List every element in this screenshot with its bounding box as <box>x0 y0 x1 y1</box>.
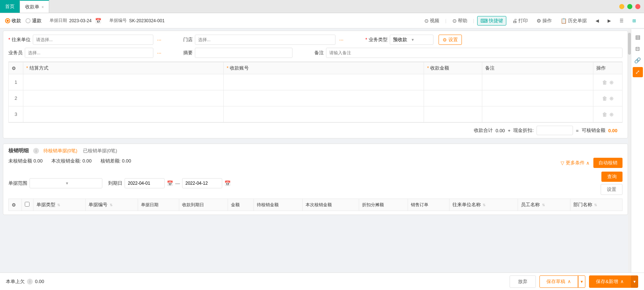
save-new-button[interactable]: 保存&新增 ∧ <box>589 275 631 288</box>
save-draft-button[interactable]: 保存草稿 ∧ <box>539 275 578 288</box>
tab-home[interactable]: 首页 <box>0 0 20 13</box>
sidebar-icon-3[interactable]: 🔗 <box>633 55 643 66</box>
sidebar-icon-2[interactable]: ⊟ <box>633 44 643 54</box>
sidebar-icon-4[interactable]: ⤢ <box>633 67 643 77</box>
shop-input[interactable] <box>195 35 335 45</box>
row-2-account-no[interactable] <box>224 90 424 106</box>
reconcile-info-icon[interactable]: i <box>33 148 39 154</box>
row-1-action: 🗑 ⊕ <box>593 74 623 90</box>
reconcile-col-counterpart: 往来单位名称 ⇅ <box>449 199 518 211</box>
tab-close-icon[interactable]: × <box>42 5 44 9</box>
row-2-payment-method[interactable] <box>23 90 224 106</box>
bill-range-select[interactable]: ▾ <box>30 178 102 188</box>
main-content-wrapper: * 往来单位 ··· 门店 ··· * 业务类型 <box>3 31 628 215</box>
summary-row: 收款合计 0.00 + 现金折扣: = 可核销金额 0.00 <box>8 122 623 138</box>
reconcile-select-all-checkbox[interactable] <box>25 202 30 207</box>
type-receipt-radio[interactable]: 收款 <box>5 17 21 24</box>
row-1-account-no[interactable] <box>224 74 424 90</box>
window-maximize-button[interactable] <box>627 4 632 9</box>
dept-sort-icon[interactable]: ⇅ <box>594 203 597 207</box>
row-3-amount[interactable] <box>424 106 482 122</box>
row-1-amount[interactable] <box>424 74 482 90</box>
reconcile-title: 核销明细 <box>8 148 29 154</box>
nav-prev-button[interactable]: ◀ <box>593 17 602 24</box>
row-num-2: 2 <box>9 90 23 106</box>
view-list-button[interactable]: ☰ <box>617 17 627 24</box>
save-draft-dropdown-button[interactable]: ▾ <box>578 275 585 288</box>
row-3-delete-icon[interactable]: 🗑 <box>602 111 607 117</box>
calendar-icon[interactable]: 📅 <box>95 18 101 24</box>
shortcut-button[interactable]: ⌨ 快捷键 <box>477 16 506 26</box>
counterpart-input[interactable] <box>33 35 154 45</box>
reconcile-col-current-amount: 本次核销金额 <box>303 199 359 211</box>
more-filter-button[interactable]: ▽ 更多条件 ∧ <box>561 160 590 166</box>
employee-sort-icon[interactable]: ⇅ <box>542 203 545 207</box>
date-value[interactable]: 2023-03-24 <box>69 18 91 23</box>
shop-more-icon[interactable]: ··· <box>339 37 343 43</box>
operations-button[interactable]: ⚙ 操作 <box>534 16 555 25</box>
discount-input[interactable] <box>537 126 573 135</box>
row-2-delete-icon[interactable]: 🗑 <box>602 95 607 101</box>
row-3-notes[interactable] <box>482 106 593 122</box>
help-button[interactable]: ⊙ 帮助 <box>449 16 470 25</box>
prev-owing-info-icon[interactable]: i <box>27 279 33 285</box>
row-1-payment-method[interactable] <box>23 74 224 90</box>
row-1-delete-icon[interactable]: 🗑 <box>602 79 607 85</box>
salesperson-input[interactable] <box>25 48 153 58</box>
print-button[interactable]: 🖨 打印 <box>509 16 531 25</box>
query-button[interactable]: 查询 <box>601 172 623 182</box>
bill-no-sort-icon[interactable]: ⇅ <box>110 203 113 207</box>
reconcile-col-settings[interactable]: ⚙ <box>9 199 22 211</box>
row-3-payment-method[interactable] <box>23 106 224 122</box>
discard-button[interactable]: 放弃 <box>510 275 536 288</box>
nav-next-button[interactable]: ▶ <box>605 17 614 24</box>
table-header-settings[interactable]: ⚙ <box>9 62 23 74</box>
history-button[interactable]: 📋 历史单据 <box>558 16 590 25</box>
form-settings-button[interactable]: ⚙ 设置 <box>439 35 462 45</box>
row-2-notes[interactable] <box>482 90 593 106</box>
counterpart-sort-icon[interactable]: ⇅ <box>483 203 486 207</box>
window-minimize-button[interactable] <box>619 4 624 9</box>
row-3-account-no[interactable] <box>224 106 424 122</box>
operations-icon: ⚙ <box>537 18 541 24</box>
date-to-input[interactable] <box>182 178 222 188</box>
row-2-amount[interactable] <box>424 90 482 106</box>
business-type-select[interactable]: 预收款 ▾ <box>390 35 433 45</box>
bill-range-label: 单据范围 <box>8 180 27 187</box>
save-new-dropdown-button[interactable]: ▾ <box>631 275 638 288</box>
pending-tab-link[interactable]: 待核销单据(0笔) <box>43 148 77 154</box>
date-from-calendar-icon[interactable]: 📅 <box>167 180 173 186</box>
date-from-input[interactable] <box>125 178 165 188</box>
tab-receipt[interactable]: 收款单 × <box>20 0 49 13</box>
view-grid-button[interactable]: ⊞ <box>629 17 639 24</box>
type-refund-radio[interactable]: 退款 <box>25 17 42 24</box>
row-1-notes[interactable] <box>482 74 593 90</box>
plus-sign: + <box>508 128 511 133</box>
date-to-calendar-icon[interactable]: 📅 <box>224 180 231 186</box>
row-3-copy-icon[interactable]: ⊕ <box>609 111 614 117</box>
counterpart-more-icon[interactable]: ··· <box>157 37 161 43</box>
row-1-copy-icon[interactable]: ⊕ <box>609 79 614 85</box>
row-2-copy-icon[interactable]: ⊕ <box>609 95 614 101</box>
prev-owing-label: 本单上欠 <box>6 278 25 285</box>
refund-radio-dot <box>25 18 31 23</box>
reconcile-settings-button[interactable]: 设置 <box>601 184 623 195</box>
window-close-button[interactable] <box>635 4 640 9</box>
summary-input[interactable] <box>195 48 292 58</box>
bill-type-sort-icon[interactable]: ⇅ <box>57 203 60 207</box>
reconcile-col-bill-date: 单据日期 <box>138 199 179 211</box>
print-icon: 🖨 <box>512 18 517 24</box>
scroll-indicator[interactable] <box>628 29 631 273</box>
done-tab-link[interactable]: 已核销单据(0笔) <box>83 148 117 154</box>
sidebar-icon-1[interactable]: ▤ <box>633 32 643 42</box>
notes-input[interactable] <box>326 48 623 58</box>
bill-no-value[interactable]: SK-20230324-001 <box>129 18 164 23</box>
auto-reconcile-button[interactable]: 自动核销 <box>593 158 623 168</box>
salesperson-more-icon[interactable]: ··· <box>157 50 161 56</box>
video-button[interactable]: ⊙ 视频 <box>421 16 442 25</box>
total-value: 0.00 <box>496 128 505 133</box>
table-row: 2 🗑 ⊕ <box>9 90 623 106</box>
reconcile-col-checkbox[interactable] <box>22 199 34 211</box>
tab-receipt-label: 收款单 <box>25 4 39 10</box>
scroll-thumb[interactable] <box>628 33 631 55</box>
